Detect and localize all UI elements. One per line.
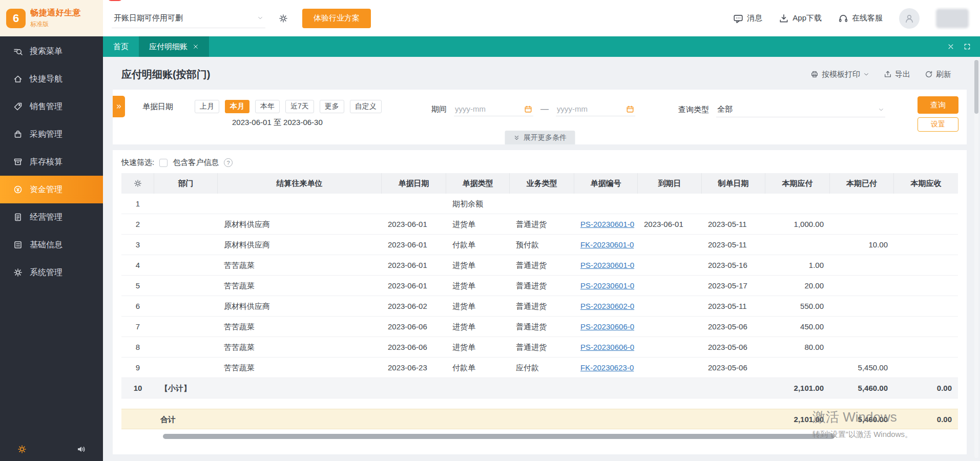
download-icon <box>779 13 789 24</box>
cell-no: PS-20230601-0 <box>574 214 638 234</box>
trial-solution-button[interactable]: 体验行业方案 <box>302 9 371 28</box>
sidebar-item-sys[interactable]: 系统管理 <box>0 259 103 286</box>
period-group: 期间 yyyy-mm — yyyy-mm <box>431 102 635 116</box>
online-service-button[interactable]: 在线客服 <box>838 13 883 24</box>
cell-biz: 应付款 <box>510 358 574 378</box>
cell-dept <box>154 235 218 255</box>
cell-make <box>702 378 765 398</box>
doc-number-link[interactable]: PS-20230601-0 <box>580 281 634 290</box>
app-download-button[interactable]: App下载 <box>779 13 822 24</box>
person-icon <box>904 13 914 24</box>
calendar-icon[interactable] <box>524 105 532 113</box>
cell-biz: 普通进货 <box>510 337 574 357</box>
cell-biz <box>510 194 574 214</box>
cell-make: 2023-05-11 <box>702 296 765 316</box>
print-template-button[interactable]: 按模板打印 <box>810 70 869 79</box>
search-button[interactable]: 查询 <box>918 96 958 114</box>
doc-number-link[interactable]: FK-20230623-0 <box>580 363 634 372</box>
avatar[interactable] <box>899 8 920 29</box>
topbar-gear-icon[interactable] <box>279 14 288 23</box>
date-option-chip[interactable]: 自定义 <box>350 100 382 113</box>
cell-pay: 1.00 <box>765 255 830 275</box>
cell-paid <box>830 255 894 275</box>
calendar-icon[interactable] <box>626 105 634 113</box>
brand-title: 畅捷通好生意 <box>30 8 81 18</box>
cell-make: 2023-05-11 <box>702 214 765 234</box>
cell-pay <box>765 194 830 214</box>
close-all-tabs-icon[interactable] <box>947 43 954 50</box>
cell-date: 2023-06-01 <box>382 276 446 296</box>
page-title: 应付明细账(按部门) <box>121 68 210 81</box>
sidebar-item-money[interactable]: 资金管理 <box>0 176 103 203</box>
cell-paid: 5,460.00 <box>830 378 894 398</box>
cell-biz: 普通进货 <box>510 255 574 275</box>
sidebar-item-tag[interactable]: 销售管理 <box>0 93 103 120</box>
sidebar-item-doc[interactable]: 经营管理 <box>0 203 103 231</box>
cell-biz: 普通进货 <box>510 296 574 316</box>
sidebar-item-label: 资金管理 <box>30 184 62 195</box>
date-option-chip[interactable]: 近7天 <box>285 100 314 113</box>
row-number: 3 <box>121 235 154 255</box>
cell-no: PS-20230601-0 <box>574 276 638 296</box>
horizontal-scrollbar[interactable] <box>130 433 949 439</box>
cell-dept <box>154 296 218 316</box>
cell-dept: 【小计】 <box>154 378 218 398</box>
table-row: 6原材料供应商2023-06-02进货单普通进货PS-20230602-0202… <box>121 296 958 317</box>
doc-number-link[interactable]: PS-20230601-0 <box>580 261 634 269</box>
brand-subtitle: 标准版 <box>30 20 81 29</box>
sidebar-item-box[interactable]: 库存核算 <box>0 148 103 176</box>
cell-due <box>638 276 702 296</box>
account-set-select[interactable]: 开账日期可停用可删 <box>112 9 265 28</box>
date-option-chip[interactable]: 更多 <box>320 100 344 113</box>
expand-more-button[interactable]: 展开更多条件 <box>505 131 575 144</box>
export-button[interactable]: 导出 <box>884 70 910 79</box>
cell-make <box>702 194 765 214</box>
column-settings-icon[interactable] <box>121 173 154 194</box>
sidebar-item-bag[interactable]: 采购管理 <box>0 120 103 148</box>
cell-recv <box>894 296 958 316</box>
row-number: 6 <box>121 296 154 316</box>
chevron-down-icon <box>878 107 884 113</box>
vertical-scrollbar-thumb[interactable] <box>974 60 978 114</box>
money-icon <box>13 185 23 194</box>
column-header-due: 到期日 <box>638 173 702 194</box>
cell-paid <box>830 296 894 316</box>
cell-type: 进货单 <box>446 255 510 275</box>
sidebar-item-search[interactable]: 搜索菜单 <box>0 37 103 65</box>
date-option-chip[interactable]: 本月 <box>225 100 249 113</box>
messages-button[interactable]: 99+ 消息 <box>733 13 762 24</box>
date-option-chip[interactable]: 本年 <box>255 100 280 113</box>
doc-number-link[interactable]: PS-20230606-0 <box>580 322 634 331</box>
doc-number-link[interactable]: FK-20230601-0 <box>580 240 634 249</box>
doc-number-link[interactable]: PS-20230602-0 <box>580 302 634 310</box>
cell-due <box>638 378 702 398</box>
help-icon[interactable]: ? <box>224 158 233 167</box>
settings-button[interactable]: 设置 <box>918 117 958 132</box>
table-row: 9苦苦蔬菜2023-06-23付款单应付款FK-20230623-02023-0… <box>121 358 958 378</box>
sidebar-item-list[interactable]: 基础信息 <box>0 231 103 259</box>
tab-close-icon[interactable] <box>193 44 199 50</box>
query-type-select[interactable]: 全部 <box>716 102 885 117</box>
horizontal-scrollbar-thumb[interactable] <box>163 434 835 439</box>
date-option-chip[interactable]: 上月 <box>195 100 219 113</box>
doc-number-link[interactable]: PS-20230606-0 <box>580 343 634 351</box>
period-end-input[interactable]: yyyy-mm <box>556 102 635 116</box>
refresh-button[interactable]: 刷新 <box>925 70 951 79</box>
cell-pay: 20.00 <box>765 276 830 296</box>
account-name-blurred[interactable] <box>936 9 969 28</box>
row-number: 10 <box>121 378 154 398</box>
volume-icon[interactable] <box>76 445 86 454</box>
brand-logo-icon: 6 <box>6 9 26 28</box>
tab-payable-ledger[interactable]: 应付明细账 <box>139 36 209 57</box>
tab-home[interactable]: 首页 <box>103 36 139 57</box>
cell-party: 苦苦蔬菜 <box>218 317 382 337</box>
collapse-filter-button[interactable] <box>113 96 125 117</box>
sidebar-item-home[interactable]: 快捷导航 <box>0 65 103 93</box>
cell-type: 付款单 <box>446 358 510 378</box>
fullscreen-icon[interactable] <box>964 43 971 50</box>
include-customer-checkbox[interactable] <box>159 159 168 167</box>
doc-number-link[interactable]: PS-20230601-0 <box>580 220 634 228</box>
period-start-input[interactable]: yyyy-mm <box>454 102 533 116</box>
vertical-scrollbar[interactable] <box>974 59 978 458</box>
sidebar-settings-icon[interactable] <box>17 445 27 454</box>
